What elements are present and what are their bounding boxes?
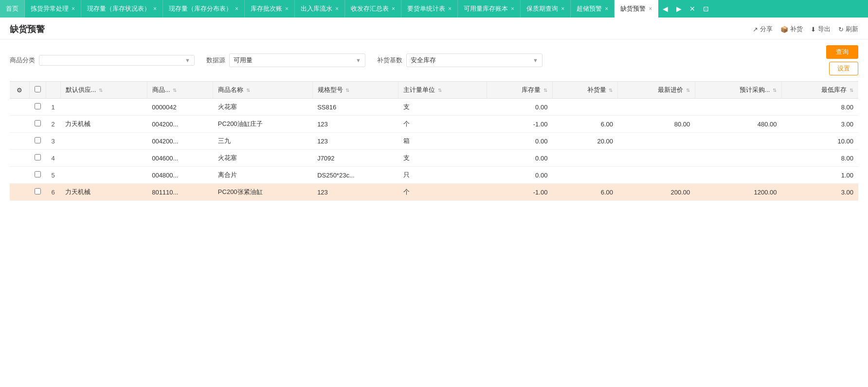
share-button[interactable]: ↗ 分享	[753, 25, 773, 34]
tab-receipt-summary[interactable]: 收发存汇总表 ×	[345, 0, 401, 18]
cell-unit-5: 个	[398, 184, 487, 201]
cell-checkbox-2[interactable]	[29, 133, 46, 150]
datasource-select[interactable]: 可用量 ▼	[229, 53, 365, 67]
cell-min-stock-3: 8.00	[782, 150, 859, 167]
cell-supplier-4	[60, 167, 147, 184]
select-all-checkbox[interactable]	[35, 86, 41, 92]
cell-product-code-4: 004800...	[147, 167, 213, 184]
row-checkbox-1[interactable]	[35, 120, 41, 126]
col-header-latest-price[interactable]: 最新进价 ⇅	[618, 82, 695, 99]
cell-supplier-5: 力天机械	[60, 184, 147, 201]
tab-order-stat[interactable]: 要货单统计表 ×	[401, 0, 458, 18]
tab-close-exception[interactable]: ×	[72, 5, 75, 12]
row-checkbox-3[interactable]	[35, 154, 41, 160]
cell-min-stock-1: 3.00	[782, 116, 859, 133]
col-header-est-purchase[interactable]: 预计采购... ⇅	[695, 82, 781, 99]
tab-expand[interactable]: ⊡	[699, 0, 713, 18]
tab-close-order-stat[interactable]: ×	[448, 5, 452, 12]
cell-stock-qty-1: -1.00	[487, 116, 553, 133]
row-checkbox-2[interactable]	[35, 137, 41, 143]
row-checkbox-4[interactable]	[35, 171, 41, 177]
cell-num-5: 6	[46, 184, 60, 201]
col-header-unit[interactable]: 主计量单位 ⇅	[398, 82, 487, 99]
cell-product-code-0: 0000042	[147, 99, 213, 116]
cell-spec-4: DS250*23c...	[312, 167, 398, 184]
cell-min-stock-2: 10.00	[782, 133, 859, 150]
cell-checkbox-4[interactable]	[29, 167, 46, 184]
table-row: 1 0000042 火花塞 SS816 支 0.00 8.00	[10, 99, 858, 116]
settings-button[interactable]: 设置	[829, 62, 858, 75]
tab-inventory-dist[interactable]: 现存量（库存分布表） ×	[163, 0, 245, 18]
tab-available-ledger[interactable]: 可用量库存账本 ×	[458, 0, 521, 18]
tab-close-overstock[interactable]: ×	[605, 5, 608, 12]
tab-close-inventory-status[interactable]: ×	[153, 5, 157, 12]
col-header-stock-qty[interactable]: 库存量 ⇅	[487, 82, 553, 99]
page-header: 缺货预警 ↗ 分享 📦 补货 ⬇ 导出 ↻ 刷新	[0, 18, 868, 39]
share-icon: ↗	[753, 26, 758, 33]
tab-close-batch-account[interactable]: ×	[285, 5, 289, 12]
export-button[interactable]: ⬇ 导出	[811, 25, 831, 34]
col-header-settings[interactable]: ⚙	[10, 82, 29, 99]
cell-product-name-2: 三九	[213, 133, 312, 150]
tab-nav-prev[interactable]: ◀	[658, 0, 672, 18]
replenish-label: 补货基数	[377, 56, 402, 65]
cell-product-name-4: 离合片	[213, 167, 312, 184]
cell-checkbox-5[interactable]	[29, 184, 46, 201]
tab-close-inout-flow[interactable]: ×	[335, 5, 339, 12]
tab-nav-next[interactable]: ▶	[672, 0, 686, 18]
replenish-select[interactable]: 安全库存 ▼	[406, 53, 542, 67]
row-checkbox-5[interactable]	[35, 188, 41, 194]
row-checkbox-0[interactable]	[35, 103, 41, 109]
col-header-spec[interactable]: 规格型号 ⇅	[312, 82, 398, 99]
tab-close-available-ledger[interactable]: ×	[511, 5, 514, 12]
col-header-product-code[interactable]: 商品... ⇅	[147, 82, 213, 99]
tab-close-all[interactable]: ✕	[686, 0, 699, 18]
table-body: 1 0000042 火花塞 SS816 支 0.00 8.00 2 力天机械 0…	[10, 99, 858, 201]
col-header-supplier[interactable]: 默认供应... ⇅	[60, 82, 147, 99]
filter-group-datasource: 数据源 可用量 ▼	[206, 53, 365, 67]
tab-close-inventory-dist[interactable]: ×	[235, 5, 238, 12]
replenish-button[interactable]: 📦 补货	[780, 25, 803, 34]
cell-checkbox-0[interactable]	[29, 99, 46, 116]
cell-replenish-qty-4	[552, 167, 618, 184]
cell-product-name-1: PC200油缸庄子	[213, 116, 312, 133]
col-header-min-stock[interactable]: 最低库存 ⇅	[782, 82, 859, 99]
table-row: 4 004600... 火花塞 J7092 支 0.00 8.00	[10, 150, 858, 167]
tab-close-receipt-summary[interactable]: ×	[392, 5, 395, 12]
query-button[interactable]: 查询	[826, 45, 858, 59]
category-dropdown-icon: ▼	[185, 57, 190, 63]
cell-replenish-qty-2: 20.00	[552, 133, 618, 150]
tab-home[interactable]: 首页	[0, 0, 25, 18]
cell-checkbox-3[interactable]	[29, 150, 46, 167]
tab-close-expiry-query[interactable]: ×	[561, 5, 564, 12]
col-header-replenish-qty[interactable]: 补货量 ⇅	[552, 82, 618, 99]
cell-est-purchase-2	[695, 133, 781, 150]
tab-exception[interactable]: 拣货异常处理 ×	[25, 0, 81, 18]
sort-icon-latest-price: ⇅	[686, 88, 690, 93]
tab-inventory-status[interactable]: 现存量（库存状况表） ×	[81, 0, 163, 18]
sort-icon-min-stock: ⇅	[850, 88, 853, 93]
col-header-product-name[interactable]: 商品名称 ⇅	[213, 82, 312, 99]
cell-latest-price-4	[618, 167, 695, 184]
tab-expiry-query[interactable]: 保质期查询 ×	[521, 0, 571, 18]
cell-replenish-qty-5: 6.00	[552, 184, 618, 201]
gear-icon: ⚙	[17, 87, 22, 94]
tab-shortage[interactable]: 缺货预警 ×	[615, 0, 658, 18]
tab-inout-flow[interactable]: 出入库流水 ×	[295, 0, 345, 18]
refresh-button[interactable]: ↻ 刷新	[838, 25, 858, 34]
tab-overstock[interactable]: 超储预警 ×	[571, 0, 615, 18]
category-select[interactable]: ▼	[39, 55, 195, 66]
category-label: 商品分类	[10, 56, 35, 65]
cell-checkbox-1[interactable]	[29, 116, 46, 133]
cell-est-purchase-4	[695, 167, 781, 184]
cell-product-name-5: PC200张紧油缸	[213, 184, 312, 201]
cell-product-code-2: 004200...	[147, 133, 213, 150]
tab-close-shortage[interactable]: ×	[649, 5, 652, 12]
cell-latest-price-5: 200.00	[618, 184, 695, 201]
tab-batch-account[interactable]: 库存批次账 ×	[245, 0, 295, 18]
col-header-checkbox[interactable]	[29, 82, 46, 99]
cell-settings-1	[10, 116, 29, 133]
cell-supplier-3	[60, 150, 147, 167]
datasource-label: 数据源	[206, 56, 225, 65]
cell-product-code-1: 004200...	[147, 116, 213, 133]
